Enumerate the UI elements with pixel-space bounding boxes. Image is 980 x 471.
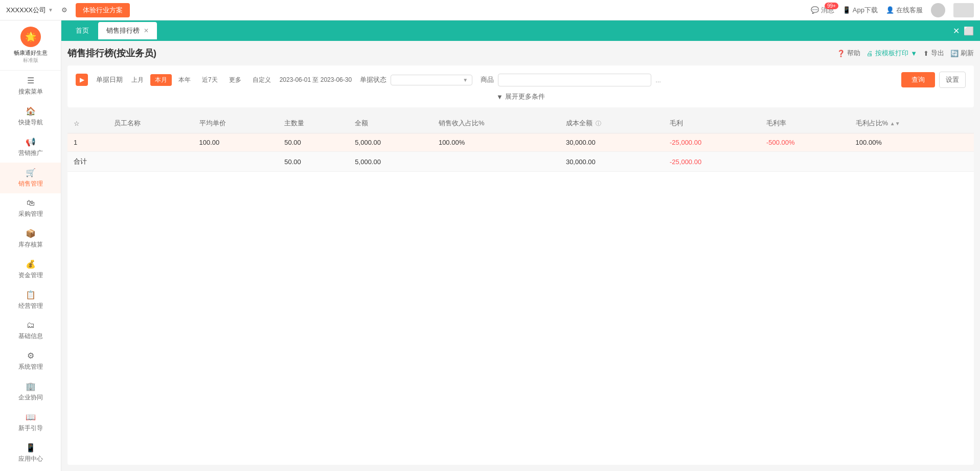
th-name-label: 员工名称 bbox=[114, 119, 141, 127]
goods-label: 商品 bbox=[481, 75, 494, 84]
sidebar-item-label: 基础信息 bbox=[18, 332, 43, 341]
page-actions: ❓ 帮助 🖨 按模板打印 ▼ ⬆ 导出 🔄 bbox=[837, 49, 974, 58]
company-name: XXXXXX公司 bbox=[6, 6, 46, 15]
footer-label: 合计 bbox=[67, 152, 193, 172]
filter-more-dots[interactable]: ... bbox=[655, 76, 661, 84]
sidebar-item-label: 营销推广 bbox=[18, 149, 43, 158]
table-footer: 合计 50.00 5,000.00 30,000.00 -25,000.00 bbox=[67, 152, 974, 172]
query-button[interactable]: 查询 bbox=[901, 72, 935, 87]
app-download-button[interactable]: 📱 App下载 bbox=[842, 6, 878, 15]
template-print-label: 按模板打印 bbox=[875, 49, 908, 58]
th-name: 员工名称 bbox=[108, 114, 193, 133]
date-label: 单据日期 bbox=[96, 75, 123, 84]
status-select[interactable]: ▼ bbox=[391, 75, 472, 85]
window-close-icon[interactable]: ✕ bbox=[953, 26, 960, 36]
avatar[interactable] bbox=[931, 3, 945, 17]
sidebar-item-label: 企业协同 bbox=[18, 393, 43, 402]
th-sales-pct-label: 销售收入占比% bbox=[439, 119, 485, 127]
date-btn-custom[interactable]: 自定义 bbox=[248, 74, 276, 86]
filter-expand-arrow[interactable]: ▶ bbox=[76, 74, 88, 86]
sales-icon: 🛒 bbox=[26, 168, 36, 177]
tab-home[interactable]: 首页 bbox=[67, 22, 97, 39]
user-name-display bbox=[953, 3, 974, 17]
logo-icon: 🌟 bbox=[20, 27, 41, 47]
cell-gross-pct: 100.00% bbox=[850, 133, 974, 152]
refresh-button[interactable]: 🔄 刷新 bbox=[950, 49, 974, 58]
sidebar-item-guide[interactable]: 📖 新手引导 bbox=[0, 407, 61, 438]
cell-main-qty: 50.00 bbox=[278, 133, 349, 152]
online-service-label: 在线客服 bbox=[896, 6, 923, 15]
sidebar-item-app-center[interactable]: 📱 应用中心 bbox=[0, 438, 61, 468]
th-sales-pct: 销售收入占比% bbox=[432, 114, 560, 133]
window-max-icon[interactable]: ⬜ bbox=[964, 26, 974, 36]
tab-close-icon[interactable]: ✕ bbox=[144, 27, 149, 34]
sidebar-item-enterprise[interactable]: 🏢 企业协同 bbox=[0, 376, 61, 407]
th-rank: ☆ bbox=[67, 114, 108, 133]
settings-icon[interactable]: ⚙ bbox=[57, 3, 72, 17]
status-label: 单据状态 bbox=[360, 75, 386, 84]
tab-home-label: 首页 bbox=[76, 27, 89, 34]
expand-down-icon: ▼ bbox=[496, 93, 503, 101]
gross-pct-sort-icon[interactable]: ▲▼ bbox=[890, 121, 900, 126]
date-btn-more[interactable]: 更多 bbox=[224, 74, 246, 86]
phone-icon: 📱 bbox=[842, 6, 851, 14]
footer-main-qty: 50.00 bbox=[278, 152, 349, 172]
sidebar-item-system[interactable]: ⚙ 系统管理 bbox=[0, 346, 61, 376]
th-gross-pct-label: 毛利占比% bbox=[856, 119, 888, 127]
quick-nav-icon: 🏠 bbox=[26, 106, 36, 116]
sidebar-item-search-order[interactable]: ☰ 搜索菜单 bbox=[0, 71, 61, 101]
top-bar-left: XXXXXX公司 ▼ ⚙ 体验行业方案 bbox=[6, 3, 130, 17]
date-buttons: 上月 本月 本年 近7天 更多 自定义 bbox=[127, 74, 276, 86]
cost-amount-info-icon[interactable]: ⓘ bbox=[596, 120, 601, 126]
th-cost-amount-label: 成本全额 bbox=[566, 119, 592, 127]
sidebar-item-inventory[interactable]: 📦 库存核算 bbox=[0, 223, 61, 254]
table-body: 1 100.00 50.00 5,000.00 100.00% 30,000.0… bbox=[67, 133, 974, 152]
cell-gross-rate: -500.00% bbox=[760, 133, 850, 152]
service-icon: 👤 bbox=[886, 6, 894, 14]
th-main-qty: 主数量 bbox=[278, 114, 349, 133]
export-icon: ⬆ bbox=[923, 50, 929, 57]
tab-sales-ranking[interactable]: 销售排行榜 ✕ bbox=[98, 22, 157, 39]
sidebar-item-label: 搜索菜单 bbox=[18, 87, 43, 96]
message-button[interactable]: 💬 消息 99+ bbox=[811, 6, 834, 15]
th-amount-label: 全额 bbox=[355, 119, 368, 127]
logo-text: 畅康通好生意 bbox=[14, 49, 48, 57]
date-btn-this-year[interactable]: 本年 bbox=[174, 74, 195, 86]
try-industry-button[interactable]: 体验行业方案 bbox=[76, 3, 130, 17]
th-main-qty-label: 主数量 bbox=[284, 119, 304, 127]
help-button[interactable]: ❓ 帮助 bbox=[837, 49, 860, 58]
table-container: ☆ 员工名称 平均单价 主数量 bbox=[67, 114, 974, 465]
settings-button[interactable]: 设置 bbox=[939, 72, 966, 88]
filter-expand-row[interactable]: ▼ 展开更多条件 bbox=[76, 92, 966, 101]
template-print-arrow: ▼ bbox=[910, 50, 917, 57]
export-button[interactable]: ⬆ 导出 bbox=[923, 49, 944, 58]
sidebar-item-basic-info[interactable]: 🗂 基础信息 bbox=[0, 316, 61, 346]
footer-avg-price bbox=[193, 152, 279, 172]
sidebar-item-sales[interactable]: 🛒 销售管理 bbox=[0, 163, 61, 193]
date-btn-this-month[interactable]: 本月 bbox=[150, 74, 172, 86]
sidebar-item-quick-nav[interactable]: 🏠 快捷导航 bbox=[0, 101, 61, 132]
date-btn-last-month[interactable]: 上月 bbox=[127, 74, 148, 86]
system-icon: ⚙ bbox=[27, 351, 34, 361]
th-gross-profit: 毛利 bbox=[664, 114, 760, 133]
th-gross-profit-label: 毛利 bbox=[670, 119, 683, 127]
tab-bar: 首页 销售排行榜 ✕ ✕ ⬜ bbox=[61, 20, 980, 41]
help-label: 帮助 bbox=[847, 49, 860, 58]
sidebar-item-purchase[interactable]: 🛍 采购管理 bbox=[0, 193, 61, 223]
sidebar-item-label: 应用中心 bbox=[18, 455, 43, 463]
online-service-button[interactable]: 👤 在线客服 bbox=[886, 6, 923, 15]
date-btn-7days[interactable]: 近7天 bbox=[197, 74, 222, 86]
sidebar-item-label: 销售管理 bbox=[18, 180, 43, 188]
company-select[interactable]: XXXXXX公司 ▼ bbox=[6, 6, 53, 15]
sidebar-item-wechat[interactable]: 💬 企业微信 bbox=[0, 468, 61, 471]
sidebar-item-operation[interactable]: 📋 经营管理 bbox=[0, 285, 61, 316]
sidebar-item-finance[interactable]: 💰 资金管理 bbox=[0, 254, 61, 285]
goods-input[interactable] bbox=[498, 74, 651, 86]
sidebar-item-label: 经营管理 bbox=[18, 302, 43, 310]
th-gross-rate: 毛利率 bbox=[760, 114, 850, 133]
sidebar-item-marketing[interactable]: 📢 营销推广 bbox=[0, 132, 61, 163]
template-print-button[interactable]: 🖨 按模板打印 ▼ bbox=[867, 49, 917, 58]
export-label: 导出 bbox=[931, 49, 944, 58]
content-area: 首页 销售排行榜 ✕ ✕ ⬜ 销售排行榜(按业务员) bbox=[61, 20, 980, 471]
table-row: 1 100.00 50.00 5,000.00 100.00% 30,000.0… bbox=[67, 133, 974, 152]
